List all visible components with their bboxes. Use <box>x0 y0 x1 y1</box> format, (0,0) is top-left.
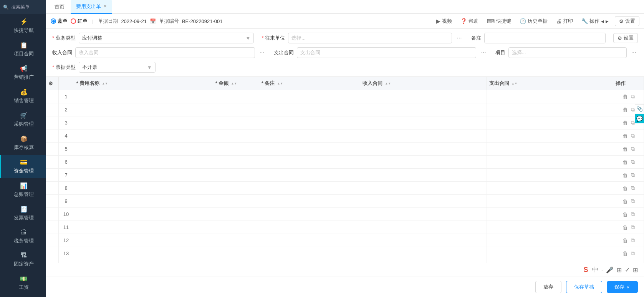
td-expense-contract[interactable] <box>487 116 613 129</box>
calendar-icon[interactable]: 📅 <box>150 18 156 24</box>
bottom-icon-checkmark[interactable]: ✓ <box>625 266 630 274</box>
td-income-contract[interactable] <box>360 90 487 103</box>
discard-button[interactable]: 放弃 <box>535 281 561 293</box>
td-income-contract[interactable] <box>360 221 487 234</box>
sidebar-item-marketing[interactable]: 📢 营销推广 <box>0 61 46 85</box>
td-amount[interactable] <box>213 129 259 143</box>
sort-arrows-expense-name[interactable]: ▲▼ <box>102 82 108 85</box>
save-button[interactable]: 保存 ∨ <box>607 281 638 293</box>
bottom-icon-grid[interactable]: ⊞ <box>633 266 638 274</box>
bottom-icon-dot[interactable]: · <box>601 267 603 274</box>
td-amount[interactable] <box>213 208 259 221</box>
copy-row-btn[interactable]: ⧉ <box>630 158 636 166</box>
td-amount[interactable] <box>213 221 259 234</box>
td-note[interactable] <box>259 195 360 208</box>
sidebar-item-purchase[interactable]: 🛒 采购管理 <box>0 108 46 131</box>
sidebar-item-sales[interactable]: 💰 销售管理 <box>0 85 46 108</box>
td-income-contract[interactable] <box>360 234 487 247</box>
bottom-icon-mic[interactable]: 🎤 <box>606 266 614 274</box>
td-note[interactable] <box>259 260 360 263</box>
td-income-contract[interactable] <box>360 182 487 195</box>
td-income-contract[interactable] <box>360 143 487 156</box>
delete-row-btn[interactable]: 🗑 <box>622 119 629 127</box>
copy-row-btn[interactable]: ⧉ <box>630 223 636 231</box>
project-input[interactable]: 选择... <box>508 47 627 58</box>
td-amount[interactable] <box>213 156 259 169</box>
td-expense-contract[interactable] <box>487 182 613 195</box>
copy-row-btn[interactable]: ⧉ <box>630 145 636 153</box>
td-income-contract[interactable] <box>360 116 487 129</box>
td-expense-name[interactable] <box>74 247 213 260</box>
td-note[interactable] <box>259 182 360 195</box>
td-amount[interactable] <box>213 247 259 260</box>
note-input[interactable] <box>484 33 606 43</box>
td-expense-contract[interactable] <box>487 143 613 156</box>
td-expense-name[interactable] <box>74 90 213 103</box>
td-note[interactable] <box>259 116 360 129</box>
td-note[interactable] <box>259 221 360 234</box>
td-expense-name[interactable] <box>74 221 213 234</box>
td-expense-name[interactable] <box>74 234 213 247</box>
td-note[interactable] <box>259 156 360 169</box>
right-icon-clip[interactable]: 📎 <box>635 104 644 113</box>
bottom-icon-table[interactable]: ⊞ <box>617 266 622 274</box>
td-amount[interactable] <box>213 195 259 208</box>
copy-row-btn[interactable]: ⧉ <box>630 210 636 218</box>
delete-row-btn[interactable]: 🗑 <box>622 184 629 192</box>
copy-row-btn[interactable]: ⧉ <box>630 236 636 244</box>
counterpart-input[interactable]: 选择... <box>288 33 452 43</box>
td-income-contract[interactable] <box>360 103 487 116</box>
delete-row-btn[interactable]: 🗑 <box>622 236 629 244</box>
delete-row-btn[interactable]: 🗑 <box>622 106 629 114</box>
income-contract-input[interactable]: 收入合同 <box>75 47 255 58</box>
delete-row-btn[interactable]: 🗑 <box>622 158 629 166</box>
td-expense-name[interactable] <box>74 182 213 195</box>
settings-btn[interactable]: ⚙ 设置 <box>615 16 639 26</box>
sidebar-item-assets[interactable]: 🏗 固定资产 <box>0 248 46 271</box>
td-expense-name[interactable] <box>74 103 213 116</box>
delete-row-btn[interactable]: 🗑 <box>622 223 629 231</box>
save-draft-button[interactable]: 保存草稿 <box>566 281 602 293</box>
td-amount[interactable] <box>213 143 259 156</box>
bottom-icon-chinese[interactable]: 中 <box>592 266 598 274</box>
counterpart-dots[interactable]: ··· <box>455 35 463 41</box>
td-amount[interactable] <box>213 90 259 103</box>
radio-red-bill[interactable]: 红单 <box>71 18 88 25</box>
td-amount[interactable] <box>213 116 259 129</box>
video-btn[interactable]: ▶ 视频 <box>434 17 454 25</box>
sort-arrows-amount[interactable]: ▲▼ <box>231 82 237 85</box>
right-icon-chat[interactable]: 💬 <box>635 114 644 123</box>
copy-row-btn[interactable]: ⧉ <box>630 132 636 140</box>
td-note[interactable] <box>259 234 360 247</box>
help-btn[interactable]: ❓ 帮助 <box>458 17 481 25</box>
td-income-contract[interactable] <box>360 260 487 263</box>
operation-btn[interactable]: 🔧 操作 ◀ ▶ <box>579 17 611 25</box>
td-expense-contract[interactable] <box>487 169 613 182</box>
sidebar-item-operations[interactable]: 📈 经营管理 <box>0 295 46 297</box>
td-income-contract[interactable] <box>360 169 487 182</box>
date-value[interactable]: 2022-09-21 <box>121 18 147 24</box>
project-dots[interactable]: ··· <box>630 49 638 56</box>
td-amount[interactable] <box>213 169 259 182</box>
copy-row-btn[interactable]: ⧉ <box>630 197 636 205</box>
td-amount[interactable] <box>213 182 259 195</box>
tab-home[interactable]: 首页 <box>49 0 70 14</box>
td-expense-name[interactable] <box>74 116 213 129</box>
td-expense-name[interactable] <box>74 156 213 169</box>
sidebar-search[interactable]: 🔍 搜索菜单 <box>0 0 46 14</box>
copy-row-btn[interactable]: ⧉ <box>630 171 636 179</box>
td-note[interactable] <box>259 169 360 182</box>
td-expense-contract[interactable] <box>487 156 613 169</box>
sidebar-item-project-contract[interactable]: 📋 项目合同 <box>0 38 46 61</box>
sidebar-item-tax[interactable]: 🏛 税务管理 <box>0 225 46 248</box>
income-contract-dots[interactable]: ··· <box>258 49 266 56</box>
td-expense-name[interactable] <box>74 208 213 221</box>
biz-type-select[interactable]: 应付调整 ▼ <box>79 33 254 43</box>
copy-row-btn[interactable]: ⧉ <box>630 249 636 257</box>
invoice-type-select[interactable]: 不开票 ▼ <box>79 62 156 73</box>
delete-row-btn[interactable]: 🗑 <box>622 210 629 218</box>
th-settings[interactable]: ⚙ <box>46 77 58 90</box>
tab-expense-bill[interactable]: 费用支出单✕ <box>71 0 112 14</box>
td-expense-name[interactable] <box>74 143 213 156</box>
td-expense-contract[interactable] <box>487 195 613 208</box>
